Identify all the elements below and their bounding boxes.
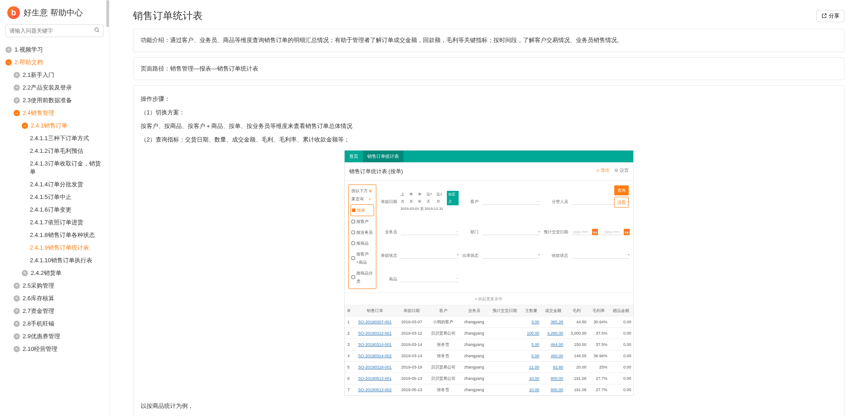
table-cell: SO-20190307-001 — [353, 317, 397, 328]
table-cell: zhangyang — [460, 339, 488, 350]
expand-icon: + — [14, 85, 20, 91]
expand-icon: + — [14, 72, 20, 78]
radio-icon — [351, 231, 355, 234]
table-cell: 2019-03-14 — [397, 339, 427, 350]
table-cell: 0.00 — [609, 339, 633, 350]
table-cell: zhangyang — [460, 350, 488, 362]
ss-tab-report: 销售订单统计表 — [363, 151, 403, 162]
table-cell: 9,280.00 — [541, 328, 565, 339]
nav-2-5[interactable]: +2.5采购管理 — [14, 279, 104, 292]
table-cell: 11.00 — [522, 362, 541, 373]
nav-2-4-1[interactable]: –2.4.1销售订单 — [22, 119, 104, 132]
table-cell: 3.00 — [522, 317, 541, 328]
table-cell: 460.00 — [541, 350, 565, 362]
table-cell: 3 — [345, 339, 353, 350]
table-cell: 2019-03-14 — [397, 350, 427, 362]
ss-actions: ⎋ 导出 ⚙ 设置 — [597, 166, 629, 177]
nav-2-1[interactable]: +2.1新手入门 — [14, 69, 104, 81]
table-cell: SO-20190312-001 — [353, 328, 397, 339]
nav-leaf-24110[interactable]: 2.4.1.10销售订单执行表 — [30, 254, 104, 267]
nav-2-4[interactable]: –2.4销售管理 — [14, 107, 104, 119]
nav-2-7[interactable]: +2.7资金管理 — [14, 305, 104, 317]
ss-fp-item-0: 按单 — [351, 204, 374, 216]
table-cell: 6.00 — [522, 350, 541, 362]
nav-leaf-2415[interactable]: 2.4.1.5订单中止 — [30, 191, 104, 203]
table-cell: 44.80 — [565, 317, 588, 328]
table-cell: 800.00 — [541, 384, 565, 396]
nav-leaf-2412[interactable]: 2.4.1.2订单毛利预估 — [30, 145, 104, 157]
f-status: ▾ — [401, 252, 459, 259]
ss-th-5: 预计交货日期 — [488, 305, 522, 317]
table-cell: 146.55 — [565, 350, 588, 362]
step-1: （1）切换方案： — [141, 107, 837, 118]
search-input[interactable] — [5, 24, 104, 37]
table-cell — [488, 350, 522, 362]
nav-leaf-2418[interactable]: 2.4.1.8销售订单各种状态 — [30, 229, 104, 241]
ss-th-9: 毛利率 — [588, 305, 609, 317]
brand-title: 好生意 帮助中心 — [24, 7, 83, 18]
table-cell: zhangyang — [460, 317, 488, 328]
table-cell: 10.00 — [522, 373, 541, 384]
nav-video-learning[interactable]: +1.视频学习 — [5, 43, 104, 56]
table-cell: SO-20190318-001 — [353, 362, 397, 373]
table-cell: 27.7% — [588, 384, 609, 396]
collapse-icon: – — [5, 59, 12, 66]
table-cell: zhangyang — [460, 328, 488, 339]
nav-leaf-2419[interactable]: 2.4.1.9销售订单统计表 — [30, 241, 104, 254]
nav-leaf-2411[interactable]: 2.4.1.1三种下订单方式 — [30, 132, 104, 145]
ss-tab-home: 首页 — [345, 151, 363, 162]
radio-icon — [352, 208, 356, 212]
table-cell: SO-20190314-001 — [353, 339, 397, 350]
ss-th-6: 主数量 — [522, 305, 541, 317]
share-button[interactable]: 分享 — [816, 10, 844, 22]
nav-leaf-2417[interactable]: 2.4.1.7依照订单进货 — [30, 216, 104, 229]
expand-icon: + — [14, 346, 20, 352]
table-row: 7SO-20190513-0022019-05-13张冬雪zhangyang10… — [345, 384, 633, 396]
table-cell: 0.00 — [609, 328, 633, 339]
brand-logo-icon: b — [7, 6, 20, 19]
table-row: 1SO-20190307-0012019-03-07小明的客户zhangyang… — [345, 317, 633, 328]
table-cell: 10.00 — [522, 384, 541, 396]
table-cell: 0.00 — [609, 362, 633, 373]
nav-2-4-2[interactable]: +2.4.2销货单 — [22, 267, 104, 279]
intro-text: 通过客户、业务员、商品等维度查询销售订单的明细汇总情况；有助于管理者了解订单成交… — [170, 37, 623, 43]
table-cell — [488, 373, 522, 384]
nav-help-docs[interactable]: –2.帮助文档 — [5, 56, 104, 69]
table-cell — [488, 384, 522, 396]
table-cell: 191.08 — [565, 373, 588, 384]
table-cell: 30.94% — [588, 317, 609, 328]
table-cell: 20.00 — [565, 362, 588, 373]
f-manager-label: 分管人员 — [544, 198, 568, 206]
search-icon[interactable] — [94, 27, 100, 34]
table-cell: 464.00 — [541, 339, 565, 350]
nav-2-9[interactable]: +2.9优惠券管理 — [14, 330, 104, 343]
nav-2-2[interactable]: +2.2产品安装及登录 — [14, 81, 104, 94]
ss-th-2: 单据日期 — [397, 305, 427, 317]
nav-leaf-2416[interactable]: 2.4.1.6订单变更 — [30, 203, 104, 216]
nav-leaf-2413[interactable]: 2.4.1.3订单收取订金，销货单 — [30, 157, 104, 178]
ss-fp-item-4: 按客户+商品 — [351, 249, 374, 268]
intro-block: 功能介绍：通过客户、业务员、商品等维度查询销售订单的明细汇总情况；有助于管理者了… — [133, 29, 844, 52]
f-product: ··· — [401, 276, 459, 282]
table-cell: SO-20190513-001 — [353, 373, 397, 384]
nav-leaf-2414[interactable]: 2.4.1.4订单分批发货 — [30, 178, 104, 191]
table-cell: 2019-05-13 — [397, 384, 427, 396]
table-cell: 7 — [345, 384, 353, 396]
ss-fp-item-3: 按商品 — [351, 238, 374, 249]
nav-2-6[interactable]: +2.6库存核算 — [14, 292, 104, 305]
f-out-label: 出库状态 — [462, 251, 479, 260]
nav-2-8[interactable]: +2.8手机旺铺 — [14, 317, 104, 330]
radio-icon — [351, 241, 355, 245]
ss-filter-head: 按以下方案查询⊕ « — [351, 187, 374, 204]
f-status-label: 单据状态 — [381, 251, 397, 260]
table-row: 2SO-20190312-0012019-03-12贝贝贸易公司zhangyan… — [345, 328, 633, 339]
nav-tree: +1.视频学习 –2.帮助文档 +2.1新手入门 +2.2产品安装及登录 +2.… — [5, 43, 104, 355]
table-cell: 25% — [588, 362, 609, 373]
ss-form: 单据日期 上月本月本年近7天近1月自定义 2019-03-01 至 2019-1… — [381, 184, 630, 289]
nav-2-10[interactable]: +2.10经营管理 — [14, 343, 104, 355]
table-cell: 37.5% — [588, 328, 609, 339]
screenshot-1: 首页 销售订单统计表 销售订单统计表 (按单) ⎋ 导出 ⚙ 设置 按以下方案查… — [344, 150, 634, 396]
ss-th-7: 成交金额 — [541, 305, 565, 317]
f-sales: ··· — [401, 229, 459, 235]
nav-2-3[interactable]: +2.3使用前数据准备 — [14, 94, 104, 107]
